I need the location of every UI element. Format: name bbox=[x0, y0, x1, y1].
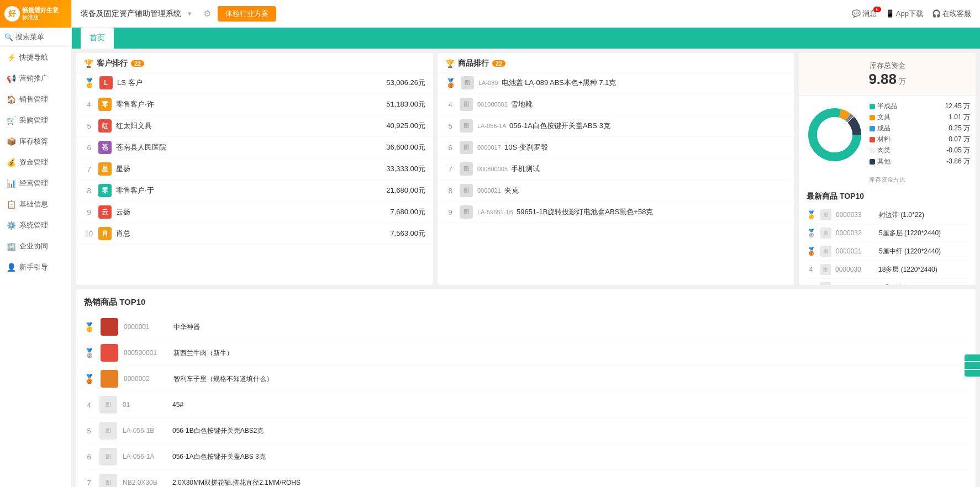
settings-icon[interactable]: ⚙ bbox=[203, 8, 211, 19]
hot-product-item[interactable]: 5 图 LA-056-1B 056-1B白色按键开关壳ABS2克 bbox=[84, 418, 968, 444]
customer-rank-list: 🥇 L LS 客户 53,006.26元 4 零 零售客户·许 51,183.0… bbox=[76, 72, 433, 285]
sidebar-item-purchase[interactable]: 🛒 采购管理 bbox=[0, 110, 71, 131]
hot-rank: 4 bbox=[84, 401, 94, 409]
float-btn-0[interactable]: 客服热线 bbox=[965, 354, 980, 361]
trial-button[interactable]: 体验行业方案 bbox=[218, 6, 276, 22]
product-rank-header: 🏆 商品排行 22 bbox=[438, 53, 794, 72]
hot-product-item[interactable]: 🥈 000500001 新西兰牛肉（新牛） bbox=[84, 340, 968, 366]
product-info: 001000002 雪地靴 bbox=[477, 99, 787, 109]
legend-color bbox=[870, 159, 875, 165]
latest-product-name: 封边带 (1.0*22) bbox=[879, 210, 968, 220]
sidebar-item-inventory[interactable]: 📦 库存核算 bbox=[0, 131, 71, 152]
sidebar-item-system[interactable]: ⚙️ 系统管理 bbox=[0, 215, 71, 236]
marketing-icon: 📢 bbox=[7, 74, 16, 83]
rank-number: 9 bbox=[445, 208, 455, 216]
rank-number: 9 bbox=[84, 208, 94, 216]
messages-button[interactable]: 💬 消息 6 bbox=[852, 9, 877, 19]
sidebar-item-quicknav[interactable]: ⚡ 快捷导航 bbox=[0, 47, 71, 68]
float-btn-1[interactable]: 服务社区 bbox=[965, 362, 980, 369]
product-rank-item[interactable]: 9 图 LA-59651-1B 59651-1B旋转投影灯电池盒ABS黑色+58… bbox=[438, 202, 794, 223]
customer-avatar: 零 bbox=[98, 98, 112, 111]
basic-icon: 📋 bbox=[7, 200, 16, 209]
customer-rank-item[interactable]: 8 零 零售客户·于 21,680.00元 bbox=[76, 180, 433, 202]
inventory-amount: 9.88 bbox=[868, 71, 897, 87]
app-download-button[interactable]: 📱 App下载 bbox=[886, 9, 923, 19]
sidebar-item-company[interactable]: 🏢 企业协同 bbox=[0, 236, 71, 257]
customer-rank-item[interactable]: 4 零 零售客户·许 51,183.00元 bbox=[76, 94, 433, 115]
rank-number: 10 bbox=[84, 230, 94, 238]
legend-value: -0.05 万 bbox=[946, 146, 970, 155]
hot-product-name: 新西兰牛肉（新牛） bbox=[173, 348, 968, 358]
bottom-panels: 热销商品 TOP10 🥇 0000001 中华神器 🥈 000500001 新西… bbox=[76, 289, 976, 487]
product-info: LA-056-1A 056-1A白色按键开关盖ABS 3克 bbox=[477, 121, 787, 131]
customer-rank-item[interactable]: 6 苍 苍南县人民医院 36,600.00元 bbox=[76, 137, 433, 158]
hot-product-name: 2.0X30MM双搓花轴.搓花直径2.1MM/ROHS bbox=[172, 478, 968, 488]
legend-value: 0.25 万 bbox=[949, 124, 970, 133]
sidebar-item-sales[interactable]: 🏠 销售管理 bbox=[0, 89, 71, 110]
hot-product-img-placeholder: 图 bbox=[99, 422, 117, 440]
product-img-placeholder: 图 bbox=[460, 184, 473, 197]
hot-product-item[interactable]: 4 图 01 45# bbox=[84, 392, 968, 418]
legend-item: 肉类 -0.05 万 bbox=[870, 146, 970, 155]
legend-item: 其他 -3.86 万 bbox=[870, 157, 970, 166]
product-img-placeholder: 图 bbox=[460, 119, 473, 133]
product-rank-item[interactable]: 7 图 000800005 手机测试 bbox=[438, 158, 794, 180]
product-rank-item[interactable]: 5 图 LA-056-1A 056-1A白色按键开关盖ABS 3克 bbox=[438, 115, 794, 137]
hot-product-item[interactable]: 🥇 0000001 中华神器 bbox=[84, 314, 968, 340]
tab-home[interactable]: 首页 bbox=[81, 28, 114, 49]
float-btn-2[interactable]: 直播 bbox=[965, 370, 980, 377]
latest-product-code: 0000030 bbox=[835, 266, 874, 273]
sidebar-item-finance[interactable]: 💰 资金管理 bbox=[0, 152, 71, 173]
latest-product-item[interactable]: 🥇 图 0000033 封边带 (1.0*22) bbox=[807, 206, 968, 224]
latest-product-item[interactable]: 4 图 0000030 18多层 (1220*2440) bbox=[807, 261, 968, 279]
customer-rank-item[interactable]: 5 红 红太阳文具 40,925.00元 bbox=[76, 115, 433, 137]
hot-product-item[interactable]: 7 图 NB2.0X30B 2.0X30MM双搓花轴.搓花直径2.1MM/ROH… bbox=[84, 470, 968, 487]
dropdown-icon[interactable]: ▾ bbox=[188, 9, 197, 18]
legend-value: 12.45 万 bbox=[945, 102, 970, 111]
hot-product-code: 01 bbox=[123, 401, 167, 409]
latest-product-item[interactable]: 5 图 0000029 18颗粒板 (1220*2440) bbox=[807, 279, 968, 285]
system-name: 装备及固定资产辅助管理系统 bbox=[81, 9, 181, 19]
latest-rank: 5 bbox=[807, 284, 815, 285]
customer-amount: 7,680.00元 bbox=[390, 207, 425, 217]
sidebar: 好 畅捷通好生意 标准版 🔍 搜索菜单 ⚡ 快捷导航 📢 营销推广 🏠 销售管理… bbox=[0, 0, 72, 487]
hot-product-img bbox=[101, 318, 118, 336]
app-logo: 好 畅捷通好生意 标准版 bbox=[0, 0, 71, 28]
legend-name: 半成品 bbox=[877, 102, 943, 111]
rank-number: 6 bbox=[445, 144, 455, 152]
product-rank-item[interactable]: 8 图 0000021 夹克 bbox=[438, 180, 794, 202]
quicknav-icon: ⚡ bbox=[7, 53, 16, 62]
hot-product-code: 0000001 bbox=[124, 323, 168, 331]
customer-rank-item[interactable]: 10 肖 肖总 7,563.00元 bbox=[76, 223, 433, 245]
product-img-placeholder: 图 bbox=[461, 76, 474, 89]
product-rank-item[interactable]: 6 图 0000017 10S 变刹罗彀 bbox=[438, 137, 794, 158]
latest-product-item[interactable]: 🥉 图 0000031 5厘中纤 (1220*2440) bbox=[807, 242, 968, 261]
customer-rank-item[interactable]: 🥇 L LS 客户 53,006.26元 bbox=[76, 72, 433, 94]
customer-amount: 36,600.00元 bbox=[386, 142, 425, 152]
online-service-button[interactable]: 🎧 在线客服 bbox=[932, 9, 971, 19]
latest-product-item[interactable]: 🥈 图 0000032 5厘多层 (1220*2440) bbox=[807, 224, 968, 242]
content-area: 🏆 客户排行 22 🥇 L LS 客户 53,006.26元 4 零 零售客户·… bbox=[72, 49, 980, 487]
inventory-summary: 库存总资金 9.88 万 bbox=[799, 53, 976, 96]
donut-chart bbox=[804, 104, 865, 165]
latest-product-name: 5厘多层 (1220*2440) bbox=[879, 229, 968, 238]
customer-name: 零售客户·于 bbox=[116, 186, 382, 195]
customer-amount: 7,563.00元 bbox=[390, 229, 425, 239]
legend-color bbox=[870, 137, 875, 142]
hot-product-item[interactable]: 🥉 0000002 智利车子里（规格不知道填什么） bbox=[84, 366, 968, 392]
sidebar-item-basic[interactable]: 📋 基础信息 bbox=[0, 194, 71, 215]
product-rank-item[interactable]: 4 图 001000002 雪地靴 bbox=[438, 94, 794, 115]
customer-rank-item[interactable]: 7 星 星扬 33,333.00元 bbox=[76, 158, 433, 180]
sidebar-item-marketing[interactable]: 📢 营销推广 bbox=[0, 68, 71, 89]
hot-product-item[interactable]: 6 图 LA-056-1A 056-1A白色按键开关盖ABS 3克 bbox=[84, 444, 968, 470]
hot-rank: 7 bbox=[84, 479, 94, 487]
legend-color bbox=[870, 126, 875, 131]
sidebar-item-guide[interactable]: 👤 新手引导 bbox=[0, 257, 71, 278]
search-menu[interactable]: 🔍 搜索菜单 bbox=[0, 28, 71, 47]
customer-rank-item[interactable]: 9 云 云扬 7,680.00元 bbox=[76, 202, 433, 223]
product-info: LA-59651-1B 59651-1B旋转投影灯电池盒ABS黑色+58克 bbox=[477, 207, 787, 217]
hot-products-header: 热销商品 TOP10 bbox=[84, 297, 968, 308]
hot-product-name: 智利车子里（规格不知道填什么） bbox=[173, 374, 968, 384]
product-rank-item[interactable]: 🥉 图 LA-089 电池盖 LA-089 ABS本色+黑种 7.1克 bbox=[438, 72, 794, 94]
sidebar-item-operations[interactable]: 📊 经营管理 bbox=[0, 173, 71, 194]
